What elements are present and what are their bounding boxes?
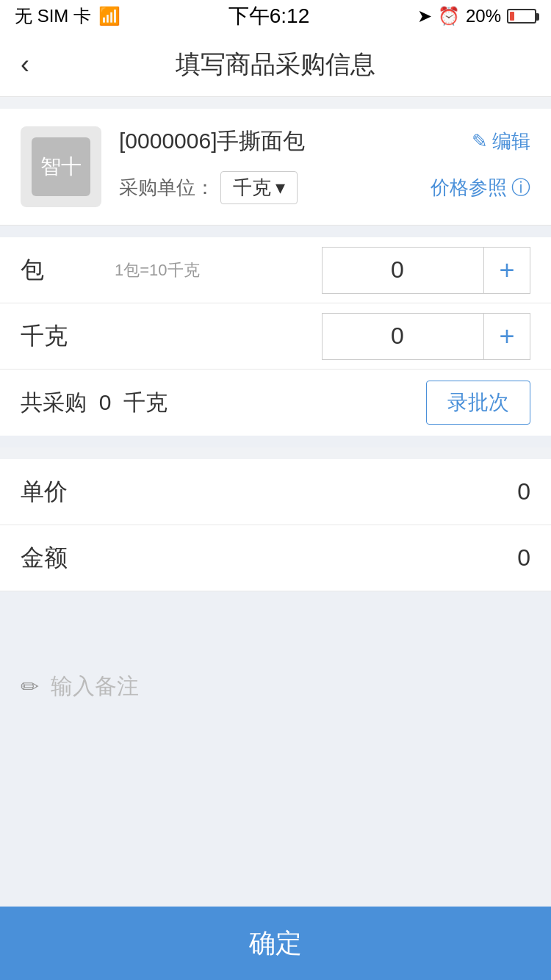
- purchase-unit-label: 采购单位：: [119, 175, 215, 201]
- kg-input-group: +: [109, 313, 530, 360]
- status-bar: 无 SIM 卡 📶 下午6:12 ➤ ⏰ 20%: [0, 0, 551, 32]
- location-icon: ➤: [417, 6, 432, 26]
- dropdown-arrow-icon: ▾: [276, 176, 285, 199]
- bao-input-group: +: [200, 247, 530, 294]
- unit-price-value: 0: [517, 478, 530, 505]
- price-ref-button[interactable]: 价格参照 ⓘ: [431, 175, 530, 201]
- bao-plus-button[interactable]: +: [483, 247, 530, 294]
- pencil-icon: ✏: [21, 674, 39, 699]
- alarm-icon: ⏰: [438, 6, 460, 26]
- product-card: 智十 [0000006]手撕面包 ✎ 编辑 采购单位： 千克 ▾ 价格参照 ⓘ: [0, 109, 551, 226]
- nav-bar: ‹ 填写商品采购信息: [0, 32, 551, 97]
- bao-sub-label: 1包=10千克: [115, 259, 200, 281]
- bao-input[interactable]: [322, 247, 483, 294]
- status-right: ➤ ⏰ 20%: [417, 6, 536, 26]
- bao-row: 包 1包=10千克 +: [0, 237, 551, 303]
- divider-2: [0, 436, 551, 447]
- sim-status: 无 SIM 卡: [15, 4, 91, 28]
- product-logo: 智十: [32, 137, 90, 196]
- amount-row: 金额 0: [0, 525, 551, 591]
- price-section: 单价 0 金额 0: [0, 459, 551, 591]
- product-name: [0000006]手撕面包: [119, 126, 305, 156]
- confirm-button[interactable]: 确定: [0, 907, 551, 980]
- kg-row: 千克 +: [0, 303, 551, 370]
- kg-plus-button[interactable]: +: [483, 313, 530, 360]
- kg-label: 千克: [21, 320, 109, 353]
- unit-price-row: 单价 0: [0, 459, 551, 525]
- back-button[interactable]: ‹: [21, 49, 29, 80]
- notes-placeholder: 输入备注: [51, 671, 139, 702]
- edit-icon: ✎: [472, 130, 488, 153]
- summary-text: 共采购 0 千克: [21, 388, 168, 418]
- form-section: 包 1包=10千克 + 千克 +: [0, 237, 551, 370]
- help-icon: ⓘ: [511, 175, 530, 201]
- summary-amount: 0: [99, 390, 112, 414]
- edit-button[interactable]: ✎ 编辑: [472, 129, 530, 154]
- battery-icon: [507, 9, 536, 24]
- product-info: [0000006]手撕面包 ✎ 编辑 采购单位： 千克 ▾ 价格参照 ⓘ: [119, 126, 530, 204]
- unit-value: 千克: [233, 175, 271, 201]
- edit-label: 编辑: [492, 129, 530, 154]
- amount-value: 0: [517, 544, 530, 572]
- spacer: [0, 782, 551, 907]
- summary-row: 共采购 0 千克 录批次: [0, 370, 551, 436]
- notes-section[interactable]: ✏ 输入备注: [0, 591, 551, 782]
- status-left: 无 SIM 卡 📶: [15, 4, 120, 28]
- purchase-unit-row: 采购单位： 千克 ▾ 价格参照 ⓘ: [119, 171, 530, 204]
- wifi-icon: 📶: [98, 6, 120, 26]
- unit-price-label: 单价: [21, 476, 68, 508]
- unit-selector-group: 采购单位： 千克 ▾: [119, 171, 298, 204]
- summary-prefix: 共采购: [21, 390, 87, 414]
- unit-select-dropdown[interactable]: 千克 ▾: [220, 171, 298, 204]
- record-batch-button[interactable]: 录批次: [426, 381, 530, 425]
- product-image: 智十: [21, 126, 101, 207]
- page-title: 填写商品采购信息: [176, 48, 375, 82]
- bao-label: 包: [21, 254, 109, 287]
- status-time: 下午6:12: [228, 2, 310, 30]
- battery-percent: 20%: [466, 6, 501, 26]
- price-ref-label: 价格参照: [431, 175, 507, 201]
- kg-input[interactable]: [322, 313, 483, 360]
- product-name-row: [0000006]手撕面包 ✎ 编辑: [119, 126, 530, 156]
- summary-unit: 千克: [123, 390, 168, 414]
- amount-label: 金额: [21, 542, 68, 574]
- divider-1: [0, 226, 551, 237]
